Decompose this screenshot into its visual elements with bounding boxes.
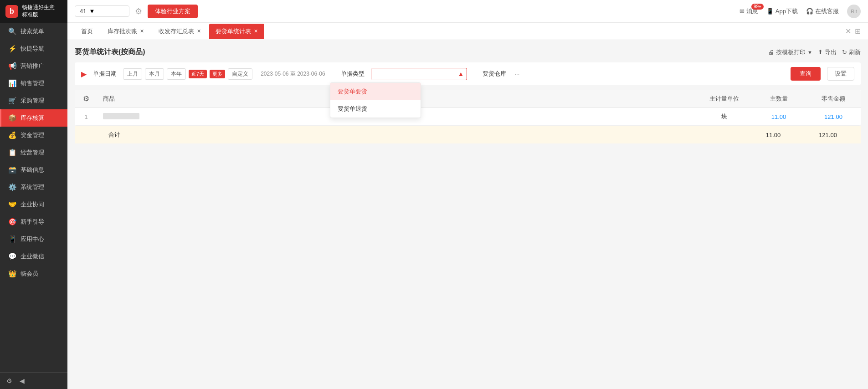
messages-btn[interactable]: ✉ 消息 99+ — [740, 7, 758, 15]
tab-batch-label: 库存批次账 — [108, 27, 137, 36]
search-icon: 🔍 — [8, 27, 17, 36]
sidebar-settings-icon[interactable]: ⚙ — [6, 377, 12, 384]
sidebar-item-inventory[interactable]: 📦 库存核算 — [0, 109, 67, 127]
tab-order-stat[interactable]: 要货单统计表 ✕ — [209, 24, 264, 39]
wechat-icon: 💬 — [8, 252, 17, 261]
page-actions: 🖨 按模板打印 ▼ ⬆ 导出 ↻ 刷新 — [768, 48, 861, 56]
type-select-arrow[interactable]: ▲ — [455, 70, 467, 77]
sidebar-item-apps[interactable]: 📱 应用中心 — [0, 230, 67, 248]
preset-7days[interactable]: 近7天 — [189, 70, 207, 78]
dropdown-item-return[interactable]: 要货单退货 — [330, 100, 421, 118]
topbar-right: ✉ 消息 99+ 📱 App下载 🎧 在线客服 Rit — [740, 5, 861, 18]
online-service-label: 在线客服 — [815, 7, 839, 15]
sidebar-item-search[interactable]: 🔍 搜索菜单 — [0, 23, 67, 40]
product-placeholder — [103, 113, 139, 119]
type-select-wrap: ▲ — [371, 68, 467, 80]
tab-receivable-close[interactable]: ✕ — [197, 28, 201, 34]
sidebar-item-label: 快捷导航 — [21, 45, 44, 53]
sidebar-item-label: 经营管理 — [21, 148, 44, 157]
type-select-input[interactable] — [371, 68, 455, 80]
row-unit: 块 — [697, 108, 751, 125]
trial-button[interactable]: 体验行业方案 — [148, 5, 198, 18]
sidebar-bottom: ⚙ ◀ — [0, 372, 67, 389]
date-filter-label: 单据日期 — [93, 70, 117, 78]
tab-order-stat-close[interactable]: ✕ — [254, 28, 258, 34]
print-template-btn[interactable]: 🖨 按模板打印 ▼ — [768, 48, 812, 56]
download-icon: 📱 — [766, 8, 774, 15]
inventory-icon: 📦 — [8, 114, 17, 122]
custom-date-btn[interactable]: 自定义 — [228, 68, 252, 80]
topbar: 41 ▼ ⚙ 体验行业方案 ✉ 消息 99+ 📱 App下载 🎧 在线客服 Ri… — [67, 0, 868, 23]
sidebar-item-label: 库存核算 — [21, 114, 44, 122]
store-selector[interactable]: 41 ▼ — [75, 5, 129, 17]
sidebar-item-finance[interactable]: 💰 资金管理 — [0, 127, 67, 144]
print-dropdown-icon: ▼ — [807, 50, 812, 55]
table-footer: 合计 11.00 121.00 — [75, 126, 861, 143]
footer-qty: 11.00 — [746, 132, 801, 138]
sidebar-logo: b 畅捷通好生意 标准版 — [0, 0, 67, 23]
marketing-icon: 📢 — [8, 62, 17, 70]
tabs-bar: 首页 库存批次账 ✕ 收发存汇总表 ✕ 要货单统计表 ✕ ✕ ⊞ — [67, 23, 868, 40]
more-badge[interactable]: 更多 — [210, 70, 225, 78]
print-icon: 🖨 — [768, 49, 774, 56]
sidebar-item-label: 资金管理 — [21, 131, 44, 139]
sidebar-collapse-icon[interactable]: ◀ — [20, 377, 25, 384]
settings-gear-icon[interactable]: ⚙ — [135, 6, 142, 16]
tab-batch-close[interactable]: ✕ — [140, 28, 144, 34]
sidebar-item-label: 销售管理 — [21, 79, 44, 87]
sidebar-item-label: 新手引导 — [21, 218, 44, 226]
settings-button[interactable]: 设置 — [827, 67, 854, 81]
sidebar-item-label: 采购管理 — [21, 97, 44, 105]
sidebar-scroll: 🔍 搜索菜单 ⚡ 快捷导航 📢 营销推广 📊 销售管理 🛒 采购管理 📦 库存核… — [0, 23, 67, 372]
sidebar-item-guide[interactable]: 🎯 新手引导 — [0, 213, 67, 230]
window-buttons: ✕ ⊞ — [845, 27, 861, 36]
app-download-btn[interactable]: 📱 App下载 — [766, 7, 798, 15]
warehouse-filter-label: 要货仓库 — [483, 70, 506, 78]
table-settings-icon: ⚙ — [83, 95, 89, 102]
filter-more-btn[interactable]: ··· — [514, 71, 519, 77]
guide-icon: 🎯 — [8, 218, 17, 226]
sidebar-item-purchase[interactable]: 🛒 采购管理 — [0, 92, 67, 109]
sidebar-item-collab[interactable]: 🤝 企业协同 — [0, 196, 67, 213]
sidebar-item-quicknav[interactable]: ⚡ 快捷导航 — [0, 40, 67, 57]
online-service-btn[interactable]: 🎧 在线客服 — [806, 7, 839, 15]
user-avatar[interactable]: Rit — [847, 5, 861, 18]
headset-icon: 🎧 — [806, 8, 813, 15]
sidebar-item-sales[interactable]: 📊 销售管理 — [0, 75, 67, 92]
window-expand-icon[interactable]: ⊞ — [855, 27, 861, 36]
sidebar-item-system[interactable]: ⚙️ 系统管理 — [0, 179, 67, 196]
sidebar-item-label: 营销推广 — [21, 62, 44, 70]
col-unit: 主计量单位 — [697, 90, 751, 107]
tab-home-label: 首页 — [81, 27, 93, 36]
col-settings[interactable]: ⚙ — [75, 90, 98, 107]
sidebar-item-wechat[interactable]: 💬 企业微信 — [0, 248, 67, 265]
sidebar-item-label: 畅会员 — [21, 270, 38, 278]
tab-batch[interactable]: 库存批次账 ✕ — [101, 24, 150, 39]
filter-expand-btn[interactable]: ▶ — [81, 70, 87, 78]
preset-this-month[interactable]: 本月 — [145, 68, 164, 80]
apps-icon: 📱 — [8, 235, 17, 243]
sidebar-item-member[interactable]: 👑 畅会员 — [0, 265, 67, 282]
sidebar-item-marketing[interactable]: 📢 营销推广 — [0, 57, 67, 75]
preset-last-month[interactable]: 上月 — [123, 68, 142, 80]
app-logo-text: 畅捷通好生意 标准版 — [22, 4, 55, 18]
dropdown-item-order[interactable]: 要货单要货 — [330, 83, 421, 100]
sidebar-item-operations[interactable]: 📋 经营管理 — [0, 144, 67, 161]
refresh-btn[interactable]: ↻ 刷新 — [842, 48, 861, 56]
row-index: 1 — [75, 109, 98, 125]
preset-this-year[interactable]: 本年 — [167, 68, 186, 80]
date-presets: 上月 本月 本年 近7天 更多 自定义 — [123, 68, 252, 80]
window-close-icon[interactable]: ✕ — [845, 27, 851, 36]
tab-home[interactable]: 首页 — [75, 24, 99, 39]
row-qty: 11.00 — [751, 109, 806, 125]
tab-receivable[interactable]: 收发存汇总表 ✕ — [152, 24, 207, 39]
query-button[interactable]: 查询 — [791, 67, 821, 81]
sidebar-item-label: 企业微信 — [21, 252, 44, 261]
export-btn[interactable]: ⬆ 导出 — [818, 48, 837, 56]
export-icon: ⬆ — [818, 49, 823, 56]
dropdown-arrow-icon: ▼ — [89, 8, 95, 15]
page-title: 要货单统计表(按商品) — [75, 47, 145, 57]
row-amount: 121.00 — [806, 109, 861, 125]
sidebar-item-basic[interactable]: 🗃️ 基础信息 — [0, 161, 67, 179]
footer-amount: 121.00 — [801, 132, 855, 138]
